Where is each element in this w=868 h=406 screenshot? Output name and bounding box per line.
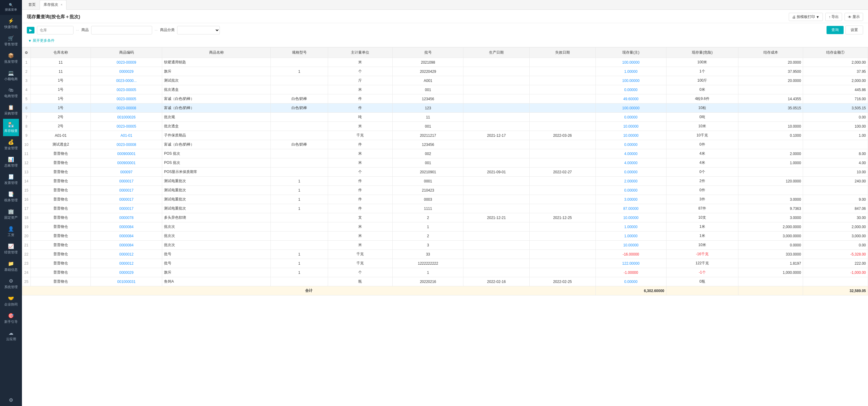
search-button[interactable]: 查询 <box>827 26 844 34</box>
row-code[interactable]: 0000029 <box>91 268 162 277</box>
row-qty-main[interactable]: 10.00000 <box>595 131 666 140</box>
row-code[interactable]: 000900001 <box>91 149 162 158</box>
warehouse-filter[interactable] <box>37 26 73 34</box>
sidebar-item-summary[interactable]: 📊 总账管理 <box>3 154 19 171</box>
goods-filter[interactable] <box>91 26 152 34</box>
row-code[interactable]: 001000026 <box>91 113 162 122</box>
sidebar-item-hr[interactable]: 👤 工资 <box>3 223 19 240</box>
row-code[interactable]: 0023-00005 <box>91 94 162 104</box>
sidebar-item-cloud[interactable]: ☁ 云应用 <box>3 327 19 344</box>
row-qty-main[interactable]: 4.00000 <box>595 158 666 168</box>
row-unit: 件 <box>328 186 393 195</box>
sidebar-item-purchase[interactable]: 📋 采购管理 <box>3 101 19 119</box>
row-code[interactable]: 0000017 <box>91 204 162 213</box>
more-conditions-toggle[interactable]: ▼ 展开更多条件 <box>28 37 55 44</box>
row-code[interactable]: 0000017 <box>91 195 162 204</box>
sidebar-item-tax[interactable]: 📑 税务管理 <box>3 188 19 206</box>
row-exp-date <box>530 76 596 85</box>
row-code[interactable]: 0023-00005 <box>91 85 162 94</box>
tab-inventory-batch[interactable]: 库存批次 × <box>40 0 66 10</box>
row-qty-alt: 100米 <box>666 58 738 67</box>
export-button[interactable]: ↑ 导出 <box>825 13 842 21</box>
sidebar-search[interactable]: 🔍 搜索菜单 <box>0 0 22 15</box>
sidebar-item-inventory[interactable]: 🏪 库存核查 <box>3 119 19 136</box>
category-filter[interactable] <box>177 26 220 34</box>
table-settings-icon[interactable]: ⚙ <box>25 50 28 55</box>
row-code[interactable]: 0000084 <box>91 222 162 232</box>
sidebar-item-asset[interactable]: 💰 资金管理 <box>3 136 19 154</box>
row-code[interactable]: 0000017 <box>91 186 162 195</box>
sidebar-item-quick-nav[interactable]: ⚡ 快捷导航 <box>3 15 19 32</box>
row-qty-main[interactable]: 100.00000 <box>595 104 666 113</box>
row-qty-main[interactable]: 0.00000 <box>595 85 666 94</box>
row-number: 4 <box>22 85 31 94</box>
row-qty-main[interactable]: 1.00000 <box>595 232 666 241</box>
row-qty-main[interactable]: -16.00000 <box>595 250 666 259</box>
row-code[interactable]: 0000084 <box>91 241 162 250</box>
sidebar-item-newbie[interactable]: 🎯 新手引导 <box>3 310 19 327</box>
row-code[interactable]: 0000012 <box>91 259 162 268</box>
set-button[interactable]: 设置 <box>845 26 863 34</box>
row-qty-main[interactable]: 0.00000 <box>595 168 666 177</box>
sidebar-item-mgmt[interactable]: 📈 经营管理 <box>3 240 19 258</box>
inventory-icon: 🏪 <box>8 122 14 128</box>
sidebar-item-mini-ecom[interactable]: 💻 小额电商 <box>3 67 19 84</box>
row-qty-main[interactable]: 4.00000 <box>595 149 666 158</box>
row-qty-main[interactable]: 49.60000 <box>595 94 666 104</box>
row-qty-main[interactable]: 87.00000 <box>595 204 666 213</box>
row-qty-main[interactable]: 10.00000 <box>595 213 666 222</box>
row-code[interactable]: 0023-0000... <box>91 76 162 85</box>
row-code[interactable]: 000900001 <box>91 158 162 168</box>
row-qty-main[interactable]: 100.00000 <box>595 76 666 85</box>
row-code[interactable]: 0000012 <box>91 250 162 259</box>
sidebar-item-invoice[interactable]: 🧾 发票管理 <box>3 171 19 188</box>
row-code[interactable]: 0023-00008 <box>91 140 162 149</box>
row-code[interactable]: 0023-00008 <box>91 104 162 113</box>
sidebar-item-retail[interactable]: 🛒 零售管理 <box>3 32 19 49</box>
display-label: 显示 <box>852 14 860 20</box>
row-qty-main[interactable]: 1.00000 <box>595 67 666 76</box>
ecom-label: 电商管理 <box>4 94 18 98</box>
row-qty-main[interactable]: 122.00000 <box>595 259 666 268</box>
row-name: POS 批次 <box>162 149 271 158</box>
col-settings[interactable]: ⚙ <box>22 47 31 58</box>
sidebar-item-basic[interactable]: 📁 基础信息 <box>3 258 19 275</box>
row-qty-main[interactable]: 10.00000 <box>595 241 666 250</box>
display-button[interactable]: 👁 显示 <box>844 13 863 21</box>
row-qty-main[interactable]: 1.00000 <box>595 222 666 232</box>
row-code[interactable]: A01-01 <box>91 131 162 140</box>
sidebar-item-system[interactable]: ⚙ 系统管理 <box>3 275 19 293</box>
row-code[interactable]: 0000017 <box>91 177 162 186</box>
print-button[interactable]: 🖨 按模板打印 ▼ <box>789 13 823 21</box>
sidebar-item-collab[interactable]: 🤝 企业协同 <box>3 293 19 310</box>
row-code[interactable]: 0000084 <box>91 232 162 241</box>
row-code[interactable]: 0000029 <box>91 67 162 76</box>
row-qty-main[interactable]: 10.00000 <box>595 122 666 131</box>
tab-close-icon[interactable]: × <box>61 3 62 6</box>
row-exp-date <box>530 195 596 204</box>
row-qty-main[interactable]: 100.00000 <box>595 58 666 67</box>
row-spec: 白色/奶棒 <box>271 94 328 104</box>
tax-icon: 📑 <box>8 191 14 197</box>
row-code[interactable]: 0000078 <box>91 213 162 222</box>
row-code[interactable]: 0023-00005 <box>91 122 162 131</box>
sidebar-item-wholesale[interactable]: 📦 批发管理 <box>3 49 19 67</box>
row-code[interactable]: 001000031 <box>91 277 162 286</box>
sidebar-settings[interactable]: ⚙ <box>0 394 22 406</box>
row-qty-main[interactable]: 0.00000 <box>595 140 666 149</box>
row-qty-main[interactable]: 2.00000 <box>595 177 666 186</box>
row-qty-main[interactable]: -1.00000 <box>595 268 666 277</box>
row-qty-alt: 1个 <box>666 67 738 76</box>
table-container[interactable]: ⚙ 仓库名称 商品编码 商品名称 规格型号 主计量单位 批号 生产日期 失效日期… <box>22 47 868 406</box>
row-code[interactable]: 000097 <box>91 168 162 177</box>
tab-home[interactable]: 首页 <box>24 0 40 10</box>
row-code[interactable]: 0023-00009 <box>91 58 162 67</box>
sidebar-item-ecom[interactable]: 🛍 电商管理 <box>3 84 19 101</box>
filter-expand-button[interactable]: ▶ <box>27 27 34 34</box>
row-qty-main[interactable]: 0.00000 <box>595 186 666 195</box>
row-number: 17 <box>22 204 31 213</box>
row-qty-main[interactable]: 0.00000 <box>595 277 666 286</box>
row-qty-main[interactable]: 3.00000 <box>595 195 666 204</box>
sidebar-item-fixed-asset[interactable]: 🏢 固定资产 <box>3 206 19 223</box>
row-qty-main[interactable]: 0.00000 <box>595 113 666 122</box>
